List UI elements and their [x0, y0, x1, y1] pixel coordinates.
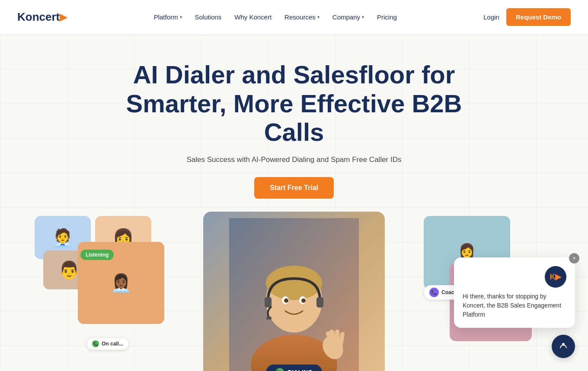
nav-why-label: Why Koncert — [234, 13, 272, 21]
chat-message: Hi there, thanks for stopping by Koncert… — [463, 292, 566, 319]
svg-point-9 — [284, 298, 288, 303]
svg-point-10 — [301, 298, 306, 303]
svg-rect-5 — [316, 297, 323, 308]
nav-item-pricing[interactable]: Pricing — [377, 13, 397, 21]
nav-link-platform[interactable]: Platform ▾ — [154, 13, 182, 21]
nav-company-label: Company — [332, 13, 360, 21]
nav-link-why[interactable]: Why Koncert — [234, 13, 272, 21]
center-video-card: 📞 DIALING — [203, 212, 385, 371]
nav-actions: Login Request Demo — [483, 8, 571, 26]
nav-platform-label: Platform — [154, 13, 178, 21]
svg-point-17 — [562, 343, 565, 346]
chat-close-button[interactable]: × — [569, 253, 579, 263]
nav-link-company[interactable]: Company ▾ — [332, 13, 364, 21]
chatbot-widget: K▶ Hi there, thanks for stopping by Konc… — [552, 331, 575, 358]
coaching-icon: 📞 — [429, 288, 439, 297]
svg-rect-4 — [265, 297, 272, 308]
start-free-trial-button[interactable]: Start Free Trial — [254, 177, 334, 199]
listening-badge: Listening — [80, 250, 114, 260]
request-demo-button[interactable]: Request Demo — [506, 8, 571, 26]
chevron-down-icon: ▾ — [180, 15, 182, 19]
on-call-label: On call... — [102, 341, 123, 347]
nav-item-why[interactable]: Why Koncert — [234, 13, 272, 21]
chat-trigger-button[interactable] — [552, 335, 575, 358]
nav-item-company[interactable]: Company ▾ — [332, 13, 364, 21]
chat-bubble: K▶ Hi there, thanks for stopping by Konc… — [454, 257, 575, 328]
nav-pricing-label: Pricing — [377, 13, 397, 21]
hero-subtitle: Sales Success with AI-Powered Dialing an… — [9, 155, 579, 164]
center-face-bg — [203, 212, 385, 371]
hero-title: AI Dialer and Salesfloor for Smarter, Mo… — [99, 60, 489, 147]
svg-rect-6 — [266, 317, 272, 320]
listening-label: Listening — [86, 252, 109, 258]
nav-solutions-label: Solutions — [195, 13, 222, 21]
login-button[interactable]: Login — [483, 13, 499, 21]
nav-item-platform[interactable]: Platform ▾ — [154, 13, 182, 21]
nav-resources-label: Resources — [284, 13, 316, 21]
nav-item-solutions[interactable]: Solutions — [195, 13, 222, 21]
nav-link-pricing[interactable]: Pricing — [377, 13, 397, 21]
chevron-down-icon-3: ▾ — [362, 15, 364, 19]
dialing-badge: 📞 DIALING — [266, 365, 322, 371]
svg-point-16 — [558, 341, 569, 352]
nav-links: Platform ▾ Solutions Why Koncert Resourc… — [154, 13, 397, 21]
dialing-icon: 📞 — [275, 368, 284, 371]
navbar: Koncert▶ Platform ▾ Solutions Why Koncer… — [0, 0, 588, 35]
nav-link-resources[interactable]: Resources ▾ — [284, 13, 320, 21]
left-video-cluster: 🧑‍💼 👩 👨 👩🏾‍💼 Listening 📞 On call... — [35, 216, 182, 371]
dialing-label: DIALING — [288, 369, 313, 371]
phone-icon: 📞 — [92, 340, 99, 347]
nav-item-resources[interactable]: Resources ▾ — [284, 13, 320, 21]
logo-text: Koncert — [17, 10, 60, 24]
logo-arrow: ▶ — [60, 12, 67, 23]
logo[interactable]: Koncert▶ — [17, 10, 67, 24]
nav-link-solutions[interactable]: Solutions — [195, 13, 222, 21]
on-call-badge: 📞 On call... — [86, 338, 129, 350]
chat-avatar: K▶ — [545, 266, 566, 288]
chat-avatar-text: K▶ — [550, 271, 562, 283]
chevron-down-icon-2: ▾ — [317, 15, 320, 19]
